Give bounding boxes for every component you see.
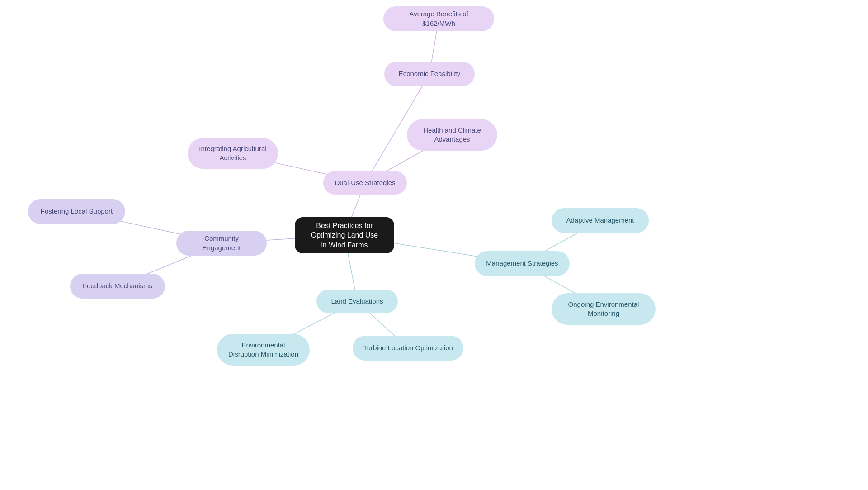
node-management: Management Strategies [475, 251, 570, 276]
land-eval-label: Land Evaluations [331, 297, 383, 306]
turbine-opt-label: Turbine Location Optimization [363, 343, 453, 352]
node-fostering: Fostering Local Support [28, 199, 125, 224]
node-env-disruption: Environmental Disruption Minimization [217, 334, 310, 366]
node-adaptive: Adaptive Management [552, 208, 649, 233]
management-label: Management Strategies [486, 259, 558, 268]
integrating-ag-label: Integrating Agricultural Activities [198, 144, 268, 163]
center-label: Best Practices for Optimizing Land Use i… [308, 221, 381, 250]
env-disruption-label: Environmental Disruption Minimization [227, 341, 300, 359]
adaptive-label: Adaptive Management [566, 216, 634, 225]
node-ongoing-monitoring: Ongoing Environmental Monitoring [552, 293, 656, 325]
fostering-label: Fostering Local Support [41, 207, 113, 216]
feedback-label: Feedback Mechanisms [83, 281, 152, 290]
avg-benefits-label: Average Benefits of $162/MWh [393, 10, 484, 28]
node-avg-benefits: Average Benefits of $162/MWh [383, 6, 494, 31]
node-land-eval: Land Evaluations [316, 290, 398, 313]
community-engagement-label: Community Engagement [186, 234, 257, 252]
health-climate-label: Health and Climate Advantages [417, 126, 487, 144]
node-community-engagement: Community Engagement [176, 231, 267, 256]
economic-feasibility-label: Economic Feasibility [399, 69, 461, 78]
node-health-climate: Health and Climate Advantages [407, 119, 497, 151]
node-dual-use: Dual-Use Strategies [323, 171, 407, 195]
node-feedback: Feedback Mechanisms [70, 274, 165, 299]
node-turbine-opt: Turbine Location Optimization [353, 336, 463, 361]
center-node: Best Practices for Optimizing Land Use i… [295, 217, 394, 253]
dual-use-label: Dual-Use Strategies [335, 178, 395, 187]
node-economic-feasibility: Economic Feasibility [384, 62, 475, 86]
ongoing-monitoring-label: Ongoing Environmental Monitoring [561, 300, 646, 319]
node-integrating-ag: Integrating Agricultural Activities [188, 138, 278, 169]
